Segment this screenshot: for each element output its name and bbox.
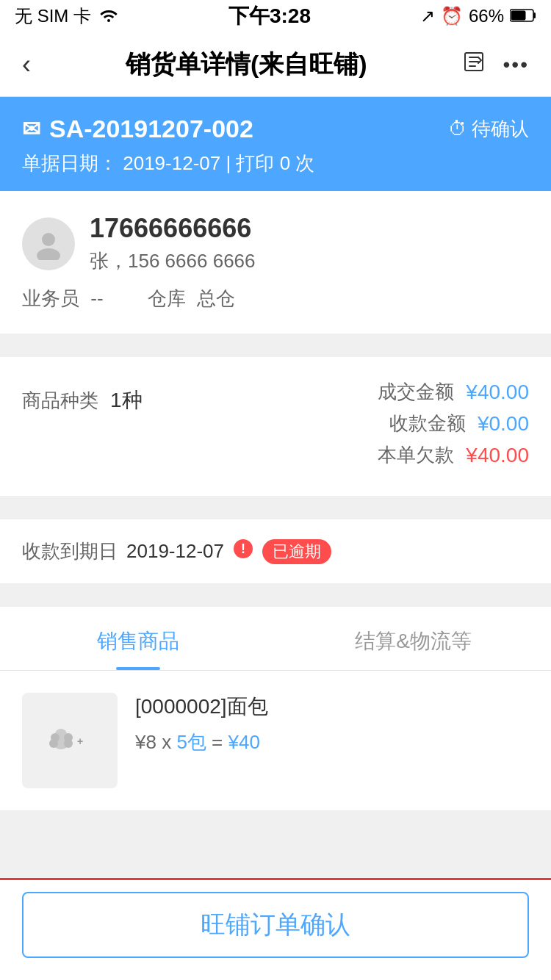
back-button[interactable]: ‹ (22, 49, 31, 80)
svg-text:+: + (77, 735, 83, 747)
received-label: 收款金额 (389, 411, 466, 436)
deal-amount-label: 成交金额 (378, 379, 454, 405)
due-section: 收款到期日 2019-12-07 ! 已逾期 (0, 519, 551, 583)
avatar (22, 217, 75, 270)
order-date: 单据日期： 2019-12-07 | 打印 0 次 (22, 151, 529, 176)
order-header: ✉ SA-20191207-002 ⏱ 待确认 单据日期： 2019-12-07… (0, 97, 551, 191)
customer-name: 张，156 6666 6666 (90, 248, 256, 274)
divider-1 (0, 334, 551, 345)
svg-point-13 (64, 739, 73, 748)
received-value: ¥0.00 (478, 412, 529, 436)
no-sim-label: 无 SIM 卡 (15, 4, 91, 28)
more-icon[interactable]: ••• (503, 53, 529, 76)
status-bar: 无 SIM 卡 下午3:28 ↗ ⏰ 66% (0, 0, 551, 32)
owed-label: 本单欠款 (378, 442, 454, 468)
svg-point-12 (49, 739, 58, 748)
product-name: [0000002]面包 (135, 693, 529, 721)
location-icon: ↗ (420, 6, 435, 26)
overdue-badge: 已逾期 (262, 539, 331, 564)
svg-text:!: ! (241, 541, 245, 556)
nav-actions: ••• (462, 50, 529, 79)
export-icon[interactable] (462, 50, 486, 79)
status-left: 无 SIM 卡 (15, 4, 119, 28)
customer-section: 17666666666 张，156 6666 6666 业务员 -- 仓库 总仓 (0, 191, 551, 334)
owed-value: ¥40.00 (466, 444, 529, 467)
bottom-bar: 旺铺订单确认 (0, 878, 551, 980)
status-right: ↗ ⏰ 66% (420, 6, 536, 26)
status-time: 下午3:28 (228, 2, 311, 30)
item-type-label: 商品种类 (22, 388, 98, 414)
warning-icon: ! (233, 538, 253, 564)
deal-amount-value: ¥40.00 (466, 381, 529, 404)
page-title: 销货单详情(来自旺铺) (126, 48, 367, 82)
svg-rect-1 (533, 12, 536, 18)
divider-2 (0, 496, 551, 508)
confirm-button[interactable]: 旺铺订单确认 (22, 892, 529, 958)
tabs-section: 销售商品 结算&物流等 (0, 607, 551, 671)
product-thumbnail: + (22, 693, 118, 788)
summary-section: 商品种类 1种 成交金额 ¥40.00 收款金额 ¥0.00 本单欠款 ¥40.… (0, 357, 551, 496)
product-info: [0000002]面包 ¥8 x 5包 = ¥40 (135, 693, 529, 755)
product-section: + [0000002]面包 ¥8 x 5包 = ¥40 (0, 671, 551, 810)
divider-3 (0, 583, 551, 595)
due-date-label: 收款到期日 (22, 538, 118, 564)
tab-sales-products[interactable]: 销售商品 (0, 607, 276, 670)
battery-icon (510, 6, 536, 26)
customer-meta: 业务员 -- 仓库 总仓 (22, 286, 529, 311)
due-date-value: 2019-12-07 (126, 540, 224, 563)
svg-rect-2 (511, 11, 525, 21)
tab-settlement[interactable]: 结算&物流等 (276, 607, 551, 670)
clock-icon: ⏱ (448, 118, 467, 140)
summary-left: 商品种类 1种 (22, 379, 143, 414)
wifi-icon (98, 6, 119, 26)
warehouse-label: 仓库 总仓 (148, 286, 235, 311)
order-id: ✉ SA-20191207-002 (22, 115, 253, 143)
order-status: ⏱ 待确认 (448, 116, 529, 142)
summary-right: 成交金额 ¥40.00 收款金额 ¥0.00 本单欠款 ¥40.00 (378, 379, 529, 474)
product-price: ¥8 x 5包 = ¥40 (135, 729, 529, 755)
customer-phone: 17666666666 (90, 213, 256, 244)
nav-bar: ‹ 销货单详情(来自旺铺) ••• (0, 32, 551, 97)
svg-point-5 (37, 248, 60, 260)
battery-label: 66% (469, 6, 504, 26)
sales-label: 业务员 -- (22, 286, 104, 311)
item-type-value: 1种 (110, 386, 143, 414)
message-icon: ✉ (22, 116, 40, 142)
alarm-icon: ⏰ (441, 6, 463, 26)
svg-point-4 (42, 233, 55, 246)
